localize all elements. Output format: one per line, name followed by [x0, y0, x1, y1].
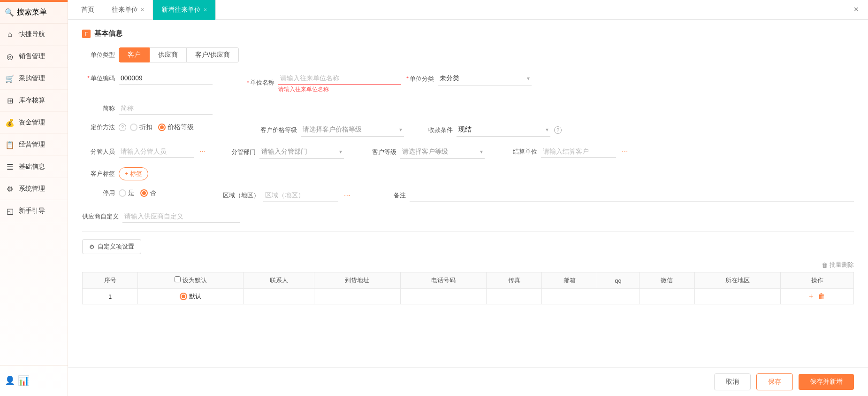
sidebar-item-operations[interactable]: 📋 经营管理 [0, 134, 68, 156]
disabled-yes-option[interactable]: 是 [119, 189, 135, 197]
payment-help-icon[interactable]: ? [554, 126, 562, 134]
default-radio[interactable] [180, 293, 187, 300]
unit-code-label: *单位编码 [82, 74, 115, 83]
customer-price-field: 客户价格等级 请选择客户价格等级 ▾ [260, 123, 420, 137]
batch-delete-button[interactable]: 🗑 批量删除 [822, 261, 854, 269]
tab-bar-close[interactable]: × [849, 5, 863, 15]
table-cell-3 [314, 289, 400, 304]
unit-category-select[interactable]: 未分类 ▾ [438, 72, 532, 85]
supplier-custom-label: 供应商自定义 [82, 212, 119, 221]
add-row-btn[interactable]: + [809, 292, 813, 300]
table-cell-2 [244, 289, 314, 304]
settlement-unit-label: 结算单位 [504, 148, 537, 156]
section-title: 基本信息 [94, 29, 122, 38]
sidebar-item-purchase[interactable]: 🛒 采购管理 [0, 68, 68, 90]
pricing-method-field: 定价方法 ? 折扣 价格等级 [82, 123, 260, 132]
region-input[interactable] [263, 189, 338, 202]
customer-level-label: 客户等级 [364, 148, 396, 156]
payment-terms-select[interactable]: 现结 ▾ [457, 123, 550, 137]
region-dots-btn[interactable]: ··· [342, 191, 352, 200]
basic-icon: ☰ [5, 162, 15, 172]
tab-close-partner[interactable]: × [141, 7, 144, 13]
sidebar-item-user[interactable]: 👤 📊 [0, 369, 68, 392]
manager-field: 分管人员 ··· [82, 145, 223, 158]
customer-level-placeholder: 请选择客户等级 [402, 148, 478, 156]
operations-icon: 📋 [5, 140, 15, 150]
sidebar-item-sales[interactable]: ◎ 销售管理 [0, 46, 68, 68]
manager-input[interactable] [119, 145, 194, 158]
supplier-custom-input[interactable] [122, 210, 240, 223]
chevron-down-icon4: ▾ [339, 148, 342, 155]
pricing-discount-option[interactable]: 折扣 [130, 123, 152, 132]
col-传真: 传真 [487, 272, 542, 289]
settlement-unit-input[interactable] [541, 145, 616, 158]
disabled-field: 停用 是 否 [82, 189, 223, 197]
tab-new-partner[interactable]: 新增往来单位× [153, 0, 216, 20]
row-code-name-category: *单位编码 *单位名称 请输入往来单位名称 [82, 72, 854, 93]
unit-type-label: 单位类型 [82, 51, 115, 59]
sidebar-item-label-operations: 经营管理 [19, 140, 45, 149]
save-new-button[interactable]: 保存并新增 [799, 374, 854, 390]
department-placeholder: 请输入分管部门 [261, 148, 337, 156]
col-电话号码: 电话号码 [400, 272, 486, 289]
pricing-help-icon[interactable]: ? [119, 124, 126, 131]
sidebar-item-label-quick-nav: 快捷导航 [19, 30, 45, 39]
col-到货地址: 到货地址 [314, 272, 400, 289]
section-icon: F [82, 30, 91, 38]
add-tag-button[interactable]: + 标签 [119, 167, 148, 180]
row-supplier-custom: 供应商自定义 [82, 210, 854, 223]
delete-row-btn[interactable]: 🗑 [818, 292, 825, 300]
supplier-custom-field: 供应商自定义 [82, 210, 270, 223]
settlement-dots-btn[interactable]: ··· [620, 148, 630, 156]
col-设为默认: 设为默认 [138, 272, 244, 289]
tab-partner[interactable]: 往来单位× [103, 0, 153, 20]
tab-home[interactable]: 首页 [73, 0, 103, 20]
table-row: 1 默认 + 🗑 [83, 289, 854, 304]
department-select[interactable]: 请输入分管部门 ▾ [259, 145, 344, 159]
unit-name-input[interactable] [278, 72, 401, 85]
sidebar-item-system[interactable]: ⚙ 系统管理 [0, 178, 68, 200]
table-cell-7 [597, 289, 639, 304]
table-default-cell[interactable]: 默认 [138, 289, 244, 304]
save-button[interactable]: 保存 [756, 373, 793, 390]
disabled-yes-radio [119, 189, 126, 197]
col-操作: 操作 [781, 272, 854, 289]
remark-input[interactable] [410, 189, 854, 202]
short-name-input[interactable] [119, 102, 213, 115]
sidebar-item-guide[interactable]: ◱ 新手引导 [0, 200, 68, 222]
table-action-cell[interactable]: + 🗑 [781, 289, 854, 304]
default-label: 默认 [189, 292, 201, 301]
unit-name-error: 请输入往来单位名称 [278, 85, 401, 93]
table-cell-5 [487, 289, 542, 304]
sidebar-item-finance[interactable]: 💰 资金管理 [0, 112, 68, 134]
row-pricing: 定价方法 ? 折扣 价格等级 客户价格等 [82, 123, 854, 137]
pricing-method-label: 定价方法 [82, 123, 115, 132]
unit-type-btn-both[interactable]: 客户/供应商 [187, 47, 239, 62]
disabled-no-option[interactable]: 否 [140, 189, 156, 197]
sidebar-item-inventory[interactable]: ⊞ 库存核算 [0, 90, 68, 112]
unit-type-btn-customer[interactable]: 客户 [119, 47, 150, 62]
table-cell-8 [639, 289, 694, 304]
col-所在地区: 所在地区 [694, 272, 780, 289]
sidebar-item-quick-nav[interactable]: ⌂ 快捷导航 [0, 23, 68, 46]
col-联系人: 联系人 [244, 272, 314, 289]
pricing-level-radio [158, 124, 166, 131]
chevron-down-icon2: ▾ [399, 126, 402, 133]
select-all-checkbox[interactable] [175, 276, 181, 282]
pricing-level-label: 价格等级 [168, 123, 194, 132]
batch-delete-area: 🗑 批量删除 [82, 261, 854, 269]
customer-price-select[interactable]: 请选择客户价格等级 ▾ [301, 123, 404, 137]
table-cell-4 [400, 289, 486, 304]
customer-tag-field: 客户标签 + 标签 [82, 167, 854, 180]
chevron-down-icon: ▾ [527, 75, 530, 82]
manager-dots-btn[interactable]: ··· [198, 148, 207, 156]
sidebar-search[interactable]: 🔍 搜索菜单 [0, 2, 68, 23]
tab-close-new-partner[interactable]: × [204, 7, 207, 13]
unit-code-input[interactable] [119, 72, 213, 85]
unit-type-btn-supplier[interactable]: 供应商 [150, 47, 187, 62]
sidebar-item-basic[interactable]: ☰ 基础信息 [0, 156, 68, 178]
pricing-level-option[interactable]: 价格等级 [158, 123, 194, 132]
custom-settings-button[interactable]: ⚙ 自定义项设置 [82, 239, 141, 254]
cancel-button[interactable]: 取消 [714, 373, 751, 390]
customer-level-select[interactable]: 请选择客户等级 ▾ [400, 145, 485, 159]
